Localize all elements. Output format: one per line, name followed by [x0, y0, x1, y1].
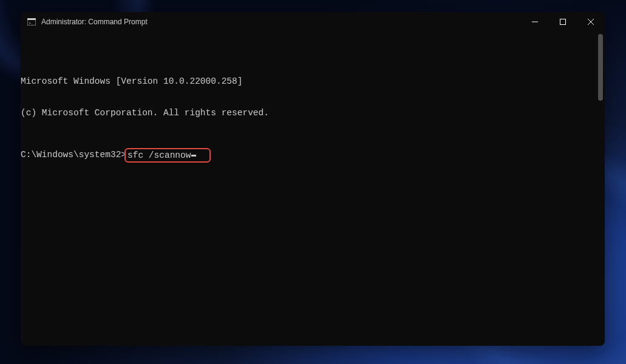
version-line: Microsoft Windows [Version 10.0.22000.25… [21, 76, 604, 87]
window-title: Administrator: Command Prompt [41, 18, 148, 26]
copyright-line: (c) Microsoft Corporation. All rights re… [21, 108, 604, 118]
svg-text:>_: >_ [29, 21, 34, 25]
text-cursor [191, 155, 196, 157]
window-controls [521, 12, 605, 32]
command-prompt-window: >_ Administrator: Command Prompt Microso… [21, 12, 605, 346]
close-button[interactable] [577, 12, 605, 32]
command-line[interactable]: C:\Windows\system32>sfc /scannow [21, 148, 604, 163]
command-highlight: sfc /scannow [124, 148, 211, 163]
vertical-scrollbar[interactable] [598, 34, 603, 101]
titlebar[interactable]: >_ Administrator: Command Prompt [21, 12, 605, 32]
typed-command: sfc /scannow [128, 151, 191, 160]
terminal-output[interactable]: Microsoft Windows [Version 10.0.22000.25… [21, 32, 605, 346]
maximize-button[interactable] [549, 12, 577, 32]
svg-rect-4 [560, 19, 566, 25]
minimize-button[interactable] [521, 12, 549, 32]
app-icon: >_ [27, 17, 36, 27]
prompt-path: C:\Windows\system32> [21, 150, 126, 160]
